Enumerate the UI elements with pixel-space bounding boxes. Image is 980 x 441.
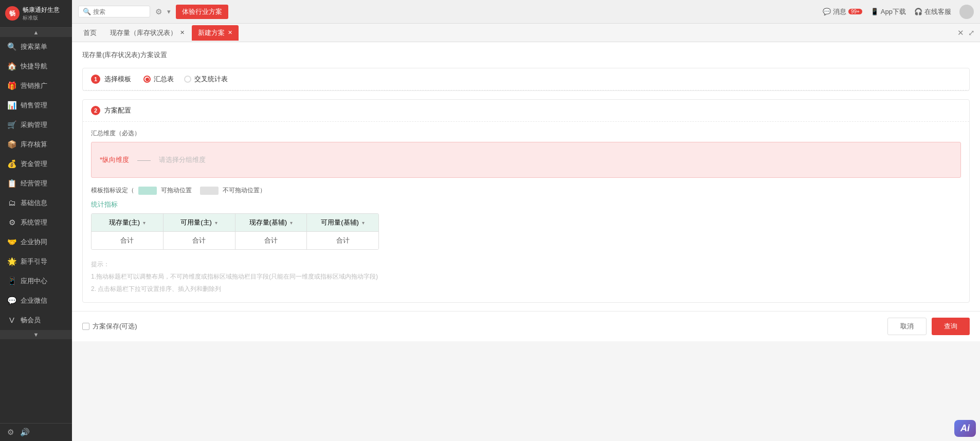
sidebar-item-newbie[interactable]: 🌟 新手引导: [0, 252, 72, 271]
sidebar-item-contract[interactable]: 🤝 企业协同: [0, 232, 72, 252]
stats-col-label-3: 可用量(基辅): [321, 218, 359, 227]
sidebar-item-inventory[interactable]: 📦 库存核算: [0, 135, 72, 154]
industry-plan-button[interactable]: 体验行业方案: [176, 5, 228, 19]
dimension-area[interactable]: *纵向维度 —— 请选择分组维度: [91, 142, 961, 178]
stats-table: 现存量(主) ▾ 可用量(主) ▾ 现存量(基辅) ▾: [91, 213, 379, 250]
sidebar-item-label: 新手引导: [21, 257, 47, 266]
section-config: 2 方案配置 汇总维度（必选） *纵向维度 —— 请选择分组维度 模板指标设定（: [82, 99, 970, 303]
window-close-icon[interactable]: ✕: [957, 28, 964, 38]
section2-header: 2 方案配置: [83, 100, 969, 122]
star-icon: 🌟: [7, 257, 16, 266]
section1-num: 1: [91, 75, 100, 84]
logo-icon: 畅: [5, 6, 20, 21]
chevron-down-icon-3: ▾: [362, 220, 365, 226]
radio-crosstab-circle: [184, 76, 191, 83]
sidebar-item-label: 快捷导航: [21, 62, 47, 71]
tab-new-plan-close[interactable]: ✕: [228, 29, 232, 36]
bottom-bar: 方案保存(可选) 取消 查询: [72, 311, 980, 341]
vip-icon: V: [7, 316, 16, 324]
template-indicator: 模板指标设定（ 可拖动位置 不可拖动位置）: [91, 186, 961, 195]
fixed-label: 不可拖动位置）: [223, 186, 266, 195]
fixed-indicator: [200, 187, 219, 195]
settings-icon[interactable]: ⚙: [7, 428, 14, 437]
tab-inventory-label: 现存量（库存状况表）: [110, 28, 177, 38]
template-radio-group: 汇总表 交叉统计表: [143, 75, 228, 84]
sidebar-item-appcenter[interactable]: 📱 应用中心: [0, 271, 72, 291]
sidebar-scroll-down[interactable]: ▼: [0, 330, 72, 339]
cancel-button[interactable]: 取消: [887, 318, 927, 335]
tab-inventory[interactable]: 现存量（库存状况表） ✕: [104, 25, 191, 41]
radio-summary-circle: [143, 76, 151, 83]
chart-icon: 📊: [7, 101, 16, 110]
messages-badge: 99+: [848, 9, 862, 14]
ai-badge[interactable]: Ai: [954, 420, 976, 437]
stats-col-2[interactable]: 现存量(基辅) ▾: [235, 214, 307, 231]
online-service-item[interactable]: 🎧 在线客服: [914, 7, 951, 16]
tab-new-plan[interactable]: 新建方案 ✕: [192, 25, 239, 41]
stats-cell-2: 合计: [235, 232, 307, 249]
radio-summary-inner: [146, 78, 149, 81]
indicator-label-prefix: 模板指标设定（: [91, 186, 134, 195]
sidebar-item-label: 资金管理: [21, 159, 47, 169]
radio-crosstab[interactable]: 交叉统计表: [184, 75, 228, 84]
search-input[interactable]: [93, 8, 144, 15]
movable-indicator: [138, 187, 157, 195]
stats-label: 统计指标: [91, 200, 961, 209]
dimension-placeholder: 请选择分组维度: [159, 155, 206, 164]
save-option: 方案保存(可选): [82, 322, 137, 331]
sidebar-item-wechat[interactable]: 💬 企业微信: [0, 291, 72, 310]
user-avatar[interactable]: [959, 5, 974, 19]
tab-home[interactable]: 首页: [77, 25, 103, 41]
stats-table-row: 合计 合计 合计 合计: [92, 231, 378, 249]
dimension-label: 汇总维度（必选）: [91, 129, 961, 138]
topbar-gear-icon[interactable]: ⚙: [155, 7, 162, 16]
stats-col-label-0: 现存量(主): [109, 218, 140, 227]
cart-icon: 🛒: [7, 120, 16, 130]
bottom-actions: 取消 查询: [887, 318, 970, 335]
save-checkbox[interactable]: [82, 323, 89, 330]
stats-col-label-1: 可用量(主): [180, 218, 212, 227]
stats-col-3[interactable]: 可用量(基辅) ▾: [307, 214, 378, 231]
radio-summary[interactable]: 汇总表: [143, 75, 174, 84]
sound-icon[interactable]: 🔊: [20, 428, 30, 437]
tab-inventory-close[interactable]: ✕: [180, 29, 185, 36]
messages-item[interactable]: 💬 消息 99+: [823, 7, 862, 16]
stats-col-0[interactable]: 现存量(主) ▾: [92, 214, 164, 231]
section2-title: 方案配置: [104, 106, 131, 115]
sidebar-item-quicknav[interactable]: 🏠 快捷导航: [0, 57, 72, 76]
tip-2: 2. 点击标题栏下拉可设置排序、插入列和删除列: [91, 283, 961, 295]
sidebar-item-marketing[interactable]: 🎁 营销推广: [0, 76, 72, 96]
sidebar-scroll-up[interactable]: ▲: [0, 28, 72, 37]
box-icon: 📦: [7, 140, 16, 149]
sidebar-item-basic[interactable]: 🗂 基础信息: [0, 193, 72, 213]
sidebar-item-search[interactable]: 🔍 搜索菜单: [0, 37, 72, 57]
window-expand-icon[interactable]: ⤢: [968, 28, 975, 38]
save-option-label: 方案保存(可选): [93, 322, 137, 331]
chat-icon: 💬: [7, 296, 16, 305]
stats-col-1[interactable]: 可用量(主) ▾: [164, 214, 235, 231]
app-download-item[interactable]: 📱 App下载: [870, 7, 906, 16]
sidebar-item-member[interactable]: V 畅会员: [0, 310, 72, 330]
sidebar: 畅 畅康通好生意 标准版 ▲ 🔍 搜索菜单 🏠 快捷导航 🎁 营销推广 📊 销售…: [0, 0, 72, 441]
sidebar-item-sales[interactable]: 📊 销售管理: [0, 96, 72, 115]
sidebar-item-operations[interactable]: 📋 经营管理: [0, 174, 72, 193]
section1-header: 1 选择模板 汇总表 交叉统计表: [83, 68, 969, 90]
stats-cell-1: 合计: [164, 232, 235, 249]
topbar-chevron[interactable]: ▾: [167, 8, 171, 15]
tip-1: 1.拖动标题栏可以调整布局，不可跨维度或指标区域拖动栏目字段(只能在同一维度或指…: [91, 270, 961, 283]
sidebar-item-finance[interactable]: 💰 资金管理: [0, 154, 72, 174]
section2-body: 汇总维度（必选） *纵向维度 —— 请选择分组维度 模板指标设定（ 可拖动位置: [83, 122, 969, 302]
dimension-required: *纵向维度: [100, 155, 129, 164]
topbar: 🔍 ⚙ ▾ 体验行业方案 💬 消息 99+ 📱 App下载 🎧 在线客服: [72, 0, 980, 24]
stats-table-header: 现存量(主) ▾ 可用量(主) ▾ 现存量(基辅) ▾: [92, 214, 378, 231]
query-button[interactable]: 查询: [932, 318, 970, 335]
chevron-down-icon-0: ▾: [143, 220, 146, 226]
topbar-right: 💬 消息 99+ 📱 App下载 🎧 在线客服: [823, 5, 974, 19]
topbar-search-box[interactable]: 🔍: [78, 6, 150, 17]
section-template: 1 选择模板 汇总表 交叉统计表: [82, 68, 970, 91]
sidebar-item-purchase[interactable]: 🛒 采购管理: [0, 115, 72, 135]
sidebar-item-label: 营销推广: [21, 81, 47, 90]
chevron-down-icon-2: ▾: [290, 220, 293, 226]
sidebar-item-system[interactable]: ⚙ 系统管理: [0, 213, 72, 232]
tabs-bar: 首页 现存量（库存状况表） ✕ 新建方案 ✕ ✕ ⤢: [72, 24, 980, 42]
